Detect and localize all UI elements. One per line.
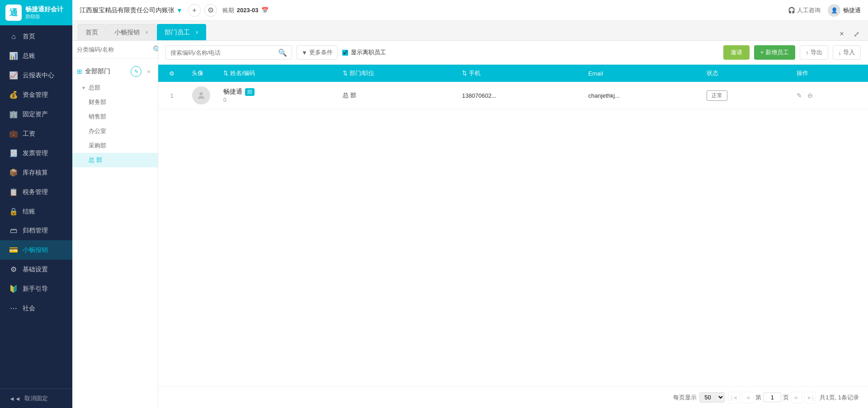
employee-search-input[interactable] (170, 49, 278, 56)
dept-arrow-icon: ▼ (81, 85, 86, 90)
sidebar-item-inventory[interactable]: 📦 库存核算 (0, 163, 72, 182)
user-menu[interactable]: 👤 畅捷通 (828, 4, 861, 17)
svg-point-0 (199, 92, 203, 95)
col-avatar: 头像 (185, 65, 217, 82)
assets-icon: 🏢 (9, 110, 18, 119)
filter-button[interactable]: ▼ 更多条件 (297, 45, 338, 60)
col-status: 状态 (700, 65, 790, 82)
add-employee-button[interactable]: + 新增员工 (754, 45, 795, 60)
tax-icon: 📋 (9, 188, 18, 196)
sidebar-item-settings[interactable]: ⚙ 基础设置 (0, 260, 72, 279)
export-button[interactable]: ↑ 导出 (800, 45, 828, 60)
col-dept[interactable]: ⇅ 部门/职位 (336, 65, 456, 82)
home-icon: ⌂ (9, 33, 18, 41)
filter-label: 更多条件 (309, 48, 333, 57)
table-row: 1 畅捷通 (158, 82, 868, 109)
dept-collapse-button[interactable]: « (144, 67, 153, 76)
col-settings[interactable]: ⚙ (158, 65, 185, 82)
invite-button[interactable]: 邀请 (723, 45, 750, 60)
sidebar-item-reports[interactable]: 📈 云报表中心 (0, 66, 72, 85)
tab-department[interactable]: 部门员工 × (157, 24, 206, 40)
sidebar-item-archive[interactable]: 🗃 归档管理 (0, 221, 72, 240)
funds-icon: 💰 (9, 90, 18, 99)
dept-all-item[interactable]: ⊞ 全部部门 ✎ « (72, 62, 158, 81)
sidebar-item-guide[interactable]: 🔰 新手引导 (0, 279, 72, 299)
sidebar-item-home[interactable]: ⌂ 首页 (0, 27, 72, 46)
dept-edit-button[interactable]: ✎ (131, 66, 142, 77)
dept-child-finance[interactable]: 财务部 (72, 95, 158, 109)
col-phone[interactable]: ⇅ 手机 (456, 65, 582, 82)
show-resigned-wrap: 显示离职员工 (342, 48, 386, 57)
edit-button[interactable]: ✎ (797, 92, 802, 99)
show-resigned-checkbox[interactable] (342, 50, 348, 56)
dept-child-office[interactable]: 办公室 (72, 124, 158, 138)
service-button[interactable]: 🎧 人工咨询 (788, 6, 821, 14)
sidebar-item-salary[interactable]: 💼 工资 (0, 124, 72, 143)
dept-child-hq[interactable]: 总 部 (72, 153, 158, 167)
reports-icon: 📈 (9, 71, 18, 80)
sidebar-item-invoice[interactable]: 🧾 发票管理 (0, 143, 72, 163)
employee-table: ⚙ 头像 ⇅ 姓名/编码 ⇅ 部门/职位 ⇅ 手机 Email (158, 65, 868, 109)
dept-child-purchase[interactable]: 采购部 (72, 138, 158, 153)
sidebar-item-ledger[interactable]: 📊 总账 (0, 46, 72, 66)
page-size-selector: 每页显示 50 100 200 (673, 392, 725, 403)
tab-expand[interactable]: ⤢ (850, 28, 863, 40)
filter-icon: ▼ (302, 49, 307, 56)
last-page-button[interactable]: ►| (804, 392, 816, 403)
tab-home-label: 首页 (85, 28, 98, 37)
page-unit: 页 (783, 394, 789, 402)
next-page-button[interactable]: ► (791, 392, 802, 403)
col-actions: 操作 (790, 65, 868, 82)
per-page-select[interactable]: 50 100 200 (699, 392, 725, 403)
dept-child-sales[interactable]: 销售部 (72, 109, 158, 124)
sidebar-item-more[interactable]: ⋯ 社会 (0, 299, 72, 318)
employee-dept: 总 部 (343, 92, 356, 99)
expense-icon: 💳 (9, 246, 18, 254)
cell-status: 正常 (700, 82, 790, 109)
tab-close-all[interactable]: × (835, 28, 848, 40)
cell-name: 畅捷通 部 0 (217, 82, 336, 109)
sidebar-unpin[interactable]: ◄◄ 取消固定 (0, 389, 72, 408)
dept-child-hq-label: 总 部 (89, 156, 102, 164)
pagination: 每页显示 50 100 200 |◄ ◄ 第 页 ► ►| 共1页, 1 (158, 386, 868, 408)
col-name[interactable]: ⇅ 姓名/编码 (217, 65, 336, 82)
sidebar-item-tax[interactable]: 📋 税务管理 (0, 182, 72, 202)
employee-phone: 138070602... (462, 92, 496, 99)
page-input[interactable] (763, 393, 781, 402)
settings-button[interactable]: ⚙ (204, 4, 217, 17)
settings-icon: ⚙ (9, 265, 18, 274)
employee-search-icon[interactable]: 🔍 (278, 48, 287, 57)
sidebar-item-funds[interactable]: 💰 资金管理 (0, 85, 72, 104)
page-prefix: 第 (755, 394, 761, 402)
tab-expense[interactable]: 小畅报销 × (107, 24, 156, 40)
tab-home[interactable]: 首页 (78, 24, 106, 40)
company-selector[interactable]: 江西服宝精品有限责任公司内账张 ▼ (80, 6, 183, 14)
sidebar-item-closing[interactable]: 🔒 结账 (0, 202, 72, 221)
tab-department-close[interactable]: × (195, 29, 198, 36)
dept-parent-hq[interactable]: ▼ 总部 (72, 81, 158, 95)
tab-expense-close[interactable]: × (145, 29, 148, 36)
sidebar-item-assets[interactable]: 🏢 固定资产 (0, 104, 72, 124)
dept-child-office-label: 办公室 (89, 127, 106, 135)
sidebar-item-guide-label: 新手引导 (23, 285, 48, 293)
sidebar-item-expense[interactable]: 💳 小畅报销 (0, 240, 72, 260)
inventory-icon: 📦 (9, 168, 18, 177)
dept-child-sales-label: 销售部 (89, 113, 106, 121)
import-label: 导入 (843, 48, 855, 57)
add-account-button[interactable]: + (188, 4, 201, 17)
logout-button[interactable]: ⊖ (807, 92, 813, 99)
topbar: 江西服宝精品有限责任公司内账张 ▼ + ⚙ 账期 2023-03 📅 🎧 人工咨… (72, 0, 868, 21)
company-name: 江西服宝精品有限责任公司内账张 (80, 6, 175, 14)
sidebar-item-archive-label: 归档管理 (23, 227, 48, 235)
prev-page-button[interactable]: ◄ (742, 392, 754, 403)
period-value: 2023-03 (237, 7, 259, 14)
first-page-button[interactable]: |◄ (728, 392, 740, 403)
import-button[interactable]: ↓ 导入 (833, 45, 861, 60)
dept-search-box: 🔍 (72, 41, 158, 59)
dept-search-input[interactable] (77, 46, 153, 53)
employee-panel: 🔍 ▼ 更多条件 显示离职员工 邀请 + 新增员工 ↑ (158, 41, 868, 408)
sidebar-item-more-label: 社会 (23, 304, 35, 313)
period-selector[interactable]: 账期 2023-03 📅 (222, 6, 269, 14)
unpin-label: 取消固定 (24, 394, 48, 403)
service-label: 人工咨询 (797, 6, 821, 14)
